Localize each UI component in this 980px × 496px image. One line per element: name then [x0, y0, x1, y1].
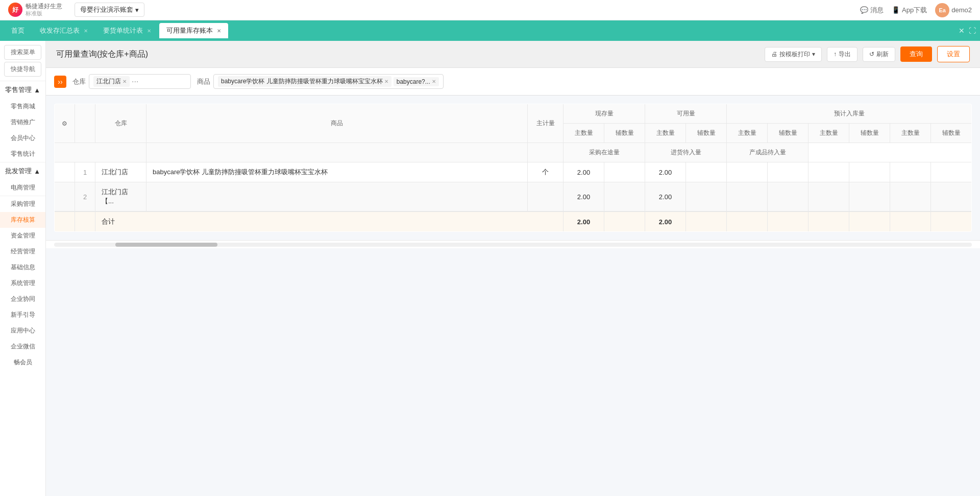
chevron-icon: ▲: [34, 168, 40, 175]
product-tags-container[interactable]: babycare学饮杯 儿童防摔防撞吸管杯重力球吸嘴杯宝宝水杯 ✕ babyca…: [213, 74, 444, 89]
tenant-name: 母婴行业演示账套: [80, 5, 133, 14]
sidebar-item-basics[interactable]: 基础信息: [0, 259, 45, 275]
total-pur-in-aux: [849, 211, 890, 232]
quick-nav-button[interactable]: 快捷导航: [4, 62, 41, 77]
th-purchase-transit-aux: 辅数量: [768, 124, 808, 143]
expand-icon[interactable]: ⛶: [969, 27, 976, 35]
settings-icon[interactable]: ⚙: [62, 120, 67, 127]
chevron-down-icon: ▾: [812, 51, 815, 58]
remove-warehouse-tag[interactable]: ✕: [122, 79, 127, 84]
export-button[interactable]: ↑ 导出: [827, 47, 857, 62]
cell-avail-aux-2: [686, 182, 727, 212]
export-icon: ↑: [834, 51, 837, 58]
logo: 好 畅捷通好生意 标准版: [8, 3, 62, 17]
total-stock-aux: [604, 211, 645, 232]
app-download-button[interactable]: 📱 App下载: [892, 6, 927, 15]
sidebar-item-finance[interactable]: 资金管理: [0, 228, 45, 244]
warehouse-label: 仓库: [72, 77, 86, 86]
sidebar-item-app-center[interactable]: 应用中心: [0, 323, 45, 339]
logo-text: 畅捷通好生意: [26, 3, 62, 10]
print-button[interactable]: 🖨 按模板打印 ▾: [765, 47, 822, 62]
more-options-icon[interactable]: ···: [132, 77, 138, 86]
sidebar-item-members[interactable]: 会员中心: [0, 130, 45, 146]
product-filter: 商品 babycare学饮杯 儿童防摔防撞吸管杯重力球吸嘴杯宝宝水杯 ✕ bab…: [197, 74, 444, 89]
sidebar-item-operations[interactable]: 经营管理: [0, 244, 45, 259]
tab-home[interactable]: 首页: [4, 23, 32, 38]
sidebar-group-wholesale-header[interactable]: 批发管理 ▲: [0, 162, 45, 180]
th-settings: ⚙: [55, 104, 75, 143]
th-index: [75, 104, 95, 143]
close-tab-order[interactable]: ✕: [147, 28, 151, 34]
sidebar-item-purchase[interactable]: 采购管理: [0, 196, 45, 212]
page-title: 可用量查询(按仓库+商品): [56, 49, 148, 60]
remove-product-tag-2[interactable]: ✕: [432, 79, 436, 84]
refresh-button[interactable]: ↺ 刷新: [863, 47, 895, 62]
th-available: 可用量: [645, 104, 727, 124]
sidebar-item-retail-mall[interactable]: 零售商城: [0, 99, 45, 114]
close-tab-collection[interactable]: ✕: [84, 28, 88, 34]
logo-icon: 好: [8, 3, 22, 17]
th-main-unit: 主计量: [528, 104, 564, 143]
tab-available-inventory[interactable]: 可用量库存账本 ✕: [159, 23, 228, 38]
warehouse-filter: 仓库 江北门店 ✕ ···: [72, 74, 191, 89]
sidebar-item-enterprise[interactable]: 企业协同: [0, 291, 45, 307]
query-button[interactable]: 查询: [900, 46, 932, 62]
sidebar-search-area: 搜索菜单 快捷导航: [0, 41, 45, 81]
cell-index-2: 2: [75, 182, 95, 212]
page-header: 可用量查询(按仓库+商品) 🖨 按模板打印 ▾ ↑ 导出 ↺ 刷新 查询 设置: [46, 41, 980, 68]
cell-product-1: babycare学饮杯 儿童防摔防撞吸管杯重力球吸嘴杯宝宝水杯: [146, 162, 528, 182]
sidebar-item-ecommerce[interactable]: 电商管理: [0, 180, 45, 196]
sidebar-group-wholesale: 批发管理 ▲ 电商管理: [0, 162, 45, 196]
message-button[interactable]: 💬 消息: [860, 6, 884, 15]
close-all-icon[interactable]: ✕: [959, 27, 965, 35]
main-layout: 搜索菜单 快捷导航 零售管理 ▲ 零售商城 营销推广 会员中心 零售统计 批发管…: [0, 41, 980, 496]
sidebar-item-retail-stats[interactable]: 零售统计: [0, 146, 45, 162]
close-tab-inventory[interactable]: ✕: [217, 28, 221, 34]
sidebar-item-wechat[interactable]: 企业微信: [0, 339, 45, 355]
table-container: ⚙ 仓库 商品 主计量 现存量 可用量 预计入库量 主数量 辅数: [46, 96, 980, 240]
th-current-stock: 现存量: [564, 104, 645, 124]
cell-check-2: [55, 182, 75, 212]
th-planned-inbound: 预计入库量: [727, 104, 972, 124]
chevron-icon: ▲: [34, 86, 40, 94]
cell-prod-in-aux-1: [931, 162, 972, 182]
scroll-track[interactable]: [54, 243, 972, 247]
cell-prod-in-main-1: [890, 162, 931, 182]
bottom-scroll[interactable]: [46, 240, 980, 248]
nav-tabs: 首页 收发存汇总表 ✕ 要货单统计表 ✕ 可用量库存账本 ✕ ✕ ⛶: [0, 20, 980, 41]
sidebar-item-newbie[interactable]: 新手引导: [0, 307, 45, 323]
setting-button[interactable]: 设置: [937, 46, 970, 62]
sidebar-item-member-pro[interactable]: 畅会员: [0, 355, 45, 370]
scroll-thumb[interactable]: [115, 243, 217, 247]
sidebar-item-system[interactable]: 系统管理: [0, 275, 45, 291]
sidebar-group-retail-header[interactable]: 零售管理 ▲: [0, 81, 45, 99]
data-table: ⚙ 仓库 商品 主计量 现存量 可用量 预计入库量 主数量 辅数: [54, 104, 972, 232]
total-avail-main: 2.00: [645, 211, 686, 232]
cell-stock-aux-2: [604, 182, 645, 212]
cell-avail-main-2: 2.00: [645, 182, 686, 212]
remove-product-tag-1[interactable]: ✕: [384, 79, 388, 84]
cell-index-1: 1: [75, 162, 95, 182]
search-menu-button[interactable]: 搜索菜单: [4, 45, 41, 60]
th-sub-purchase-in: 进货待入量: [645, 143, 727, 162]
message-icon: 💬: [860, 6, 868, 14]
print-icon: 🖨: [771, 51, 777, 58]
th-production-in-main: 主数量: [890, 124, 931, 143]
filter-expand-button[interactable]: ››: [54, 76, 66, 88]
sidebar-item-inventory[interactable]: 库存核算: [0, 212, 45, 228]
th-purchase-in-aux: 辅数量: [849, 124, 890, 143]
tab-collection-summary[interactable]: 收发存汇总表 ✕: [33, 23, 95, 38]
cell-unit-2: [528, 182, 564, 212]
table-scroll[interactable]: ⚙ 仓库 商品 主计量 现存量 可用量 预计入库量 主数量 辅数: [54, 104, 972, 232]
warehouse-tags-container[interactable]: 江北门店 ✕ ···: [89, 74, 191, 89]
sidebar-item-marketing[interactable]: 营销推广: [0, 114, 45, 130]
tenant-selector[interactable]: 母婴行业演示账套 ▾: [75, 3, 144, 17]
tab-order-stats[interactable]: 要货单统计表 ✕: [96, 23, 158, 38]
cell-pur-in-aux-2: [849, 182, 890, 212]
chevron-down-icon: ▾: [135, 6, 139, 14]
th-sub-purchase-transit: 采购在途量: [564, 143, 645, 162]
user-profile[interactable]: Ea demo2: [935, 3, 972, 17]
table-row: 1 江北门店 babycare学饮杯 儿童防摔防撞吸管杯重力球吸嘴杯宝宝水杯 个…: [55, 162, 972, 182]
total-pur-trans-main: [727, 211, 768, 232]
cell-prod-in-main-2: [890, 182, 931, 212]
